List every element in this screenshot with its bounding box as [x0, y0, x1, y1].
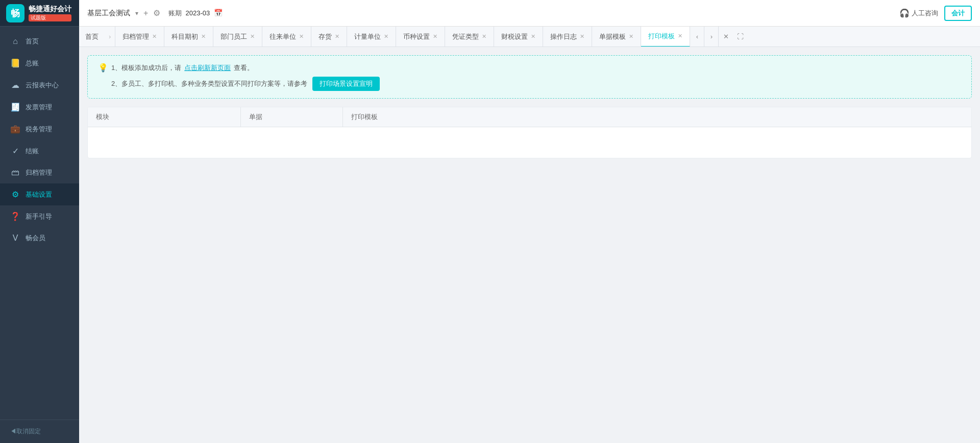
print-template-table: 模块 单据 打印模板 [87, 107, 972, 158]
nav-label-tax: 税务管理 [26, 125, 52, 134]
sidebar-item-guide[interactable]: ❓新手引导 [0, 205, 79, 227]
company-dropdown-icon[interactable]: ▾ [135, 10, 138, 17]
sidebar: 畅 畅捷通好会计 试题版 ⌂首页📒总账☁云报表中心🧾发票管理💼税务管理✓结账🗃归… [0, 0, 79, 443]
tab-close-subject-init[interactable]: ✕ [201, 33, 206, 40]
nav-label-guide: 新手引导 [26, 212, 52, 221]
tab-label-inventory: 存货 [318, 32, 332, 41]
tab-close-voucher-type[interactable]: ✕ [482, 33, 486, 40]
tab-dept-staff[interactable]: 部门员工✕ [213, 27, 262, 47]
sidebar-item-checkout[interactable]: ✓结账 [0, 140, 79, 162]
tab-home[interactable]: 首页 [79, 32, 105, 41]
tab-label-currency: 币种设置 [403, 32, 430, 41]
tab-close-print-template[interactable]: ✕ [678, 33, 682, 39]
tab-label-supplier: 往来单位 [270, 32, 296, 41]
tabbar: 首页 › 归档管理✕科目期初✕部门员工✕往来单位✕存货✕计量单位✕币种设置✕凭证… [79, 27, 980, 47]
sidebar-item-member[interactable]: V畅会员 [0, 227, 79, 249]
table-body [88, 127, 971, 158]
tab-close-supplier[interactable]: ✕ [299, 33, 304, 40]
tab-expand-btn[interactable]: ⛶ [733, 27, 747, 47]
tab-operation-log[interactable]: 操作日志✕ [543, 27, 592, 47]
info-box: 💡 1、模板添加成功后，请 点击刷新新页面 查看。 2、多员工、多打印机、多种业… [87, 55, 972, 99]
tab-close-currency[interactable]: ✕ [433, 33, 437, 40]
add-tab-icon[interactable]: + [143, 9, 148, 18]
sidebar-item-basic-settings[interactable]: ⚙基础设置 [0, 183, 79, 205]
tab-prev-btn[interactable]: ‹ [690, 27, 704, 47]
col-template: 打印模板 [343, 107, 971, 127]
nav-icon-basic-settings: ⚙ [10, 190, 20, 199]
tab-subject-init[interactable]: 科目期初✕ [164, 27, 213, 47]
tab-single-template[interactable]: 单据模板✕ [592, 27, 641, 47]
sidebar-item-tax[interactable]: 💼税务管理 [0, 118, 79, 140]
tab-close-archive-mgmt[interactable]: ✕ [152, 33, 157, 40]
tab-close-operation-log[interactable]: ✕ [580, 33, 584, 40]
period-label: 账期 2023-03 📅 [168, 9, 222, 18]
sidebar-item-home[interactable]: ⌂首页 [0, 31, 79, 52]
headset-icon: 🎧 [899, 8, 910, 18]
tab-voucher-type[interactable]: 凭证类型✕ [445, 27, 494, 47]
logo-area: 畅 畅捷通好会计 试题版 [0, 0, 79, 27]
period-value: 2023-03 [186, 9, 210, 17]
tab-label-archive-mgmt: 归档管理 [122, 32, 149, 41]
info-line1-suffix: 查看。 [234, 63, 254, 73]
sidebar-item-invoice[interactable]: 🧾发票管理 [0, 96, 79, 118]
tab-close-tax-settings[interactable]: ✕ [531, 33, 535, 40]
nav-icon-archive: 🗃 [10, 168, 20, 177]
tab-close-single-template[interactable]: ✕ [629, 33, 633, 40]
tab-label-unit: 计量单位 [354, 32, 381, 41]
accountant-btn[interactable]: 会计 [944, 6, 972, 21]
nav-label-basic-settings: 基础设置 [26, 190, 52, 199]
tab-supplier[interactable]: 往来单位✕ [262, 27, 311, 47]
refresh-link[interactable]: 点击刷新新页面 [184, 63, 231, 73]
tab-label-dept-staff: 部门员工 [220, 32, 247, 41]
nav-label-checkout: 结账 [26, 147, 39, 156]
info-line2-prefix: 2、多员工、多打印机、多种业务类型设置不同打印方案等，请参考 [111, 79, 307, 88]
tab-label-print-template: 打印模板 [648, 32, 675, 41]
tab-label-single-template: 单据模板 [599, 32, 626, 41]
info-content: 💡 1、模板添加成功后，请 点击刷新新页面 查看。 2、多员工、多打印机、多种业… [98, 63, 961, 91]
tab-label-subject-init: 科目期初 [172, 32, 198, 41]
logo-sub: 试题版 [29, 14, 71, 21]
tab-separator: › [105, 27, 115, 47]
info-row-1: 💡 1、模板添加成功后，请 点击刷新新页面 查看。 [98, 63, 961, 73]
sidebar-item-cloud-report[interactable]: ☁云报表中心 [0, 74, 79, 96]
tab-currency[interactable]: 币种设置✕ [396, 27, 445, 47]
tab-inventory[interactable]: 存货✕ [311, 27, 347, 47]
nav-icon-checkout: ✓ [10, 146, 20, 156]
nav-icon-home: ⌂ [10, 37, 20, 46]
cancel-fixed-btn[interactable]: ◀︎取消固定 [0, 419, 79, 443]
tab-label-operation-log: 操作日志 [550, 32, 577, 41]
print-scene-btn[interactable]: 打印场景设置宣明 [312, 77, 380, 91]
info-line1-prefix: 1、模板添加成功后，请 [111, 63, 181, 73]
topbar: 基层工会测试 ▾ + ⚙ 账期 2023-03 📅 🎧 人工咨询 会计 [79, 0, 980, 27]
calendar-icon[interactable]: 📅 [214, 9, 223, 17]
sidebar-item-archive[interactable]: 🗃归档管理 [0, 162, 79, 183]
nav-icon-member: V [10, 234, 20, 243]
nav-label-cloud-report: 云报表中心 [26, 81, 59, 90]
info-row-2: 2、多员工、多打印机、多种业务类型设置不同打印方案等，请参考 打印场景设置宣明 [98, 77, 961, 91]
nav-label-ledger: 总账 [26, 59, 39, 68]
nav-label-home: 首页 [26, 37, 39, 46]
logo-text: 畅捷通好会计 试题版 [29, 5, 71, 21]
nav-icon-guide: ❓ [10, 212, 20, 221]
topbar-settings-icon[interactable]: ⚙ [153, 8, 160, 18]
nav-icon-cloud-report: ☁ [10, 80, 20, 90]
nav-icon-invoice: 🧾 [10, 102, 20, 112]
tab-close-all-btn[interactable]: ✕ [719, 27, 733, 47]
nav-icon-ledger: 📒 [10, 58, 20, 68]
tab-unit[interactable]: 计量单位✕ [347, 27, 396, 47]
tab-label-voucher-type: 凭证类型 [452, 32, 479, 41]
sidebar-item-ledger[interactable]: 📒总账 [0, 52, 79, 74]
tab-close-dept-staff[interactable]: ✕ [250, 33, 255, 40]
company-name: 基层工会测试 [87, 9, 130, 18]
tab-next-btn[interactable]: › [704, 27, 719, 47]
logo-icon: 畅 [6, 4, 24, 22]
service-btn[interactable]: 🎧 人工咨询 [899, 8, 938, 18]
tab-tax-settings[interactable]: 财税设置✕ [494, 27, 543, 47]
tab-close-unit[interactable]: ✕ [384, 33, 388, 40]
topbar-right: 🎧 人工咨询 会计 [899, 6, 972, 21]
tab-archive-mgmt[interactable]: 归档管理✕ [115, 27, 164, 47]
tab-close-inventory[interactable]: ✕ [335, 33, 339, 40]
nav-icon-tax: 💼 [10, 124, 20, 134]
tab-print-template[interactable]: 打印模板✕ [641, 27, 690, 47]
col-voucher: 单据 [241, 107, 343, 127]
